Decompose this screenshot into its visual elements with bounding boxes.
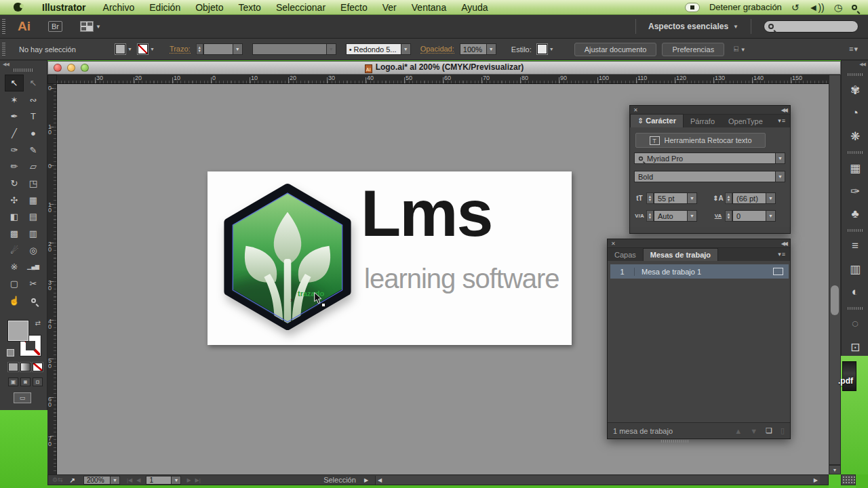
export-icon[interactable]: ↗ [70, 476, 75, 484]
undefined[interactable]: ◌ [842, 312, 868, 336]
draw-normal-button[interactable]: ▣ [8, 378, 18, 386]
document-title-bar[interactable]: AiLogo.ai* al 200% (CMYK/Previsualizar) [47, 61, 841, 75]
artboard-icon[interactable] [773, 268, 783, 275]
menu-ventana[interactable]: Ventana [404, 0, 454, 15]
menu-objeto[interactable]: Objeto [188, 0, 231, 15]
collapse-panel-icon[interactable]: ◀◀ [781, 107, 787, 113]
window-resize-grip[interactable] [841, 474, 856, 485]
font-family-dropdown[interactable]: ▼ [776, 152, 785, 164]
undefined[interactable]: ❋ [842, 125, 868, 148]
stroke-weight-label[interactable]: Trazo: [170, 45, 191, 54]
shape-tool[interactable]: ● [24, 125, 43, 142]
shape-builder-tool[interactable]: ◧ [5, 209, 24, 226]
menu-ver[interactable]: Ver [375, 0, 404, 15]
swap-fill-stroke-icon[interactable]: ⇄ [35, 319, 41, 327]
perspective-grid-tool[interactable]: ▤ [24, 209, 43, 226]
arrange-documents-button[interactable]: ▼ [80, 21, 101, 32]
menu-edicion[interactable]: Edición [142, 0, 188, 15]
menu-ayuda[interactable]: Ayuda [454, 0, 495, 15]
stroke-weight-dropdown[interactable]: ▼ [233, 43, 243, 55]
pencil-tool[interactable]: ✎ [24, 142, 43, 159]
slice-tool[interactable]: ✂ [24, 275, 43, 292]
workspace-switcher[interactable]: Aspectos esenciales ▼ [648, 22, 738, 31]
magic-wand-tool[interactable]: ✶ [5, 92, 24, 108]
font-family-field[interactable]: Myriad Pro [634, 152, 776, 164]
touch-type-tool-button[interactable]: T Herramienta Retocar texto [635, 133, 766, 148]
first-artboard-button[interactable]: |◀ [127, 477, 132, 483]
volume-icon[interactable]: ◄)) [809, 2, 825, 13]
kerning-field[interactable]: Auto [654, 210, 688, 222]
control-panel-menu-icon[interactable]: ≡▾ [849, 45, 859, 54]
dock-group-grip[interactable] [848, 229, 863, 232]
menu-efecto[interactable]: Efecto [333, 0, 375, 15]
width-tool[interactable]: ✣ [5, 192, 24, 209]
undefined[interactable]: ✾ [842, 79, 868, 102]
zoom-tool[interactable] [24, 292, 43, 309]
artboard[interactable]: Lms learning software trazado × [208, 171, 572, 345]
bridge-button[interactable]: Br [48, 21, 62, 32]
blob-brush-tool[interactable]: ✏ [5, 158, 24, 175]
direct-selection-tool[interactable]: ↖ [24, 75, 43, 92]
undefined[interactable]: ≡ [842, 235, 868, 258]
artboard-number-dropdown[interactable]: ▼ [172, 476, 181, 485]
screen-mode-button[interactable]: ▭ [14, 392, 31, 403]
fill-swatch[interactable] [115, 44, 125, 54]
stop-record-label[interactable]: Detener grabación [709, 2, 782, 12]
scroll-right-button[interactable]: ▶ [814, 477, 818, 483]
undefined[interactable]: ✑ [842, 180, 868, 203]
preferences-button[interactable]: Preferencias [662, 43, 724, 56]
undefined[interactable]: ♣ [842, 203, 868, 226]
move-artboard-up-icon[interactable]: ▲ [734, 427, 742, 435]
graphic-style-swatch[interactable] [537, 44, 547, 54]
artboard-number-field[interactable]: 1 [146, 476, 172, 485]
tools-grip[interactable] [14, 68, 34, 72]
stroke-weight-stepper[interactable]: ▲▼ [196, 43, 203, 55]
tracking-dropdown[interactable]: ▼ [766, 210, 776, 222]
move-artboard-down-icon[interactable]: ▼ [750, 427, 757, 435]
width-profile-field[interactable] [252, 43, 327, 55]
dock-group-grip[interactable] [848, 307, 863, 310]
rotate-tool[interactable]: ↻ [5, 175, 24, 192]
collapse-tools-icon[interactable]: ◀◀ [3, 62, 9, 67]
paintbrush-tool[interactable]: ✑ [5, 142, 24, 159]
tracking-field[interactable]: 0 [732, 210, 766, 222]
delete-artboard-icon[interactable]: ▯ [781, 426, 785, 435]
new-artboard-icon[interactable]: ❏ [766, 426, 772, 435]
zoom-level-dropdown[interactable]: ▼ [111, 476, 120, 485]
line-tool[interactable]: ╱ [5, 125, 24, 142]
stop-record-icon[interactable] [685, 3, 700, 12]
tab-layers[interactable]: Capas [608, 249, 643, 261]
eraser-tool[interactable]: ▱ [24, 158, 43, 175]
width-profile-dropdown[interactable]: ▼ [327, 43, 336, 55]
tab-artboards[interactable]: Mesas de trabajo [643, 248, 718, 261]
kerning-stepper[interactable]: ▲▼ [646, 210, 654, 222]
fill-color-well[interactable] [8, 321, 28, 341]
logo-hexagon-graphic[interactable] [222, 182, 353, 332]
undefined[interactable]: ▥ [842, 258, 868, 281]
font-size-stepper[interactable]: ▲▼ [646, 192, 654, 204]
font-size-dropdown[interactable]: ▼ [688, 192, 697, 204]
dock-group-grip[interactable] [848, 151, 863, 154]
artboard-list-row[interactable]: 1 Mesa de trabajo 1 [610, 264, 789, 279]
symbol-sprayer-tool[interactable]: ※ [5, 259, 24, 276]
expand-dock-icon[interactable]: ◀◀ [859, 62, 865, 67]
color-button[interactable] [8, 363, 18, 371]
dock-group-grip[interactable] [848, 73, 863, 76]
panel-drag-grip[interactable] [661, 440, 688, 443]
panel-menu-icon[interactable]: ▾≡ [778, 251, 786, 258]
status-tools-icon[interactable]: ⚙⇆ [52, 476, 63, 483]
brush-definition-field[interactable]: • Redondo 5... [346, 43, 401, 55]
undefined[interactable]: ⊡ [842, 336, 868, 359]
gradient-button[interactable] [20, 363, 31, 371]
chevron-down-icon[interactable]: ▼ [150, 47, 155, 52]
opacity-label[interactable]: Opacidad: [420, 45, 454, 54]
opacity-field[interactable]: 100% [460, 43, 487, 55]
kerning-dropdown[interactable]: ▼ [688, 210, 697, 222]
time-machine-icon[interactable]: ↺ [791, 2, 800, 13]
selection-tool[interactable]: ↖ [5, 75, 24, 92]
vertical-scrollbar[interactable] [829, 75, 841, 465]
eyedropper-tool[interactable]: ☄ [5, 242, 24, 259]
font-style-field[interactable]: Bold [634, 171, 776, 182]
isolate-selection-icon[interactable]: ⍇ ▼ [734, 45, 746, 54]
fit-document-button[interactable]: Ajustar documento [574, 43, 657, 56]
